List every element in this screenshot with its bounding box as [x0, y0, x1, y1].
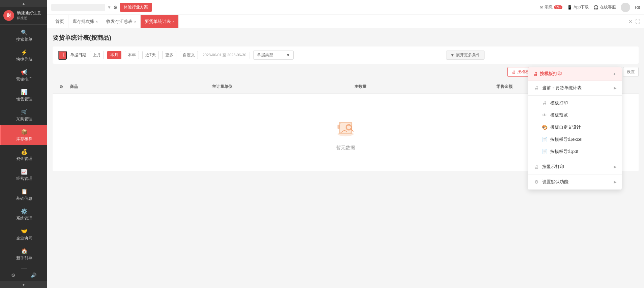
operation-icon: 📈	[21, 168, 28, 175]
sidebar-item-marketing[interactable]: 📢 营销推广	[0, 66, 47, 86]
dropdown-template-design[interactable]: 🎨 模板自定义设计	[528, 121, 622, 133]
sidebar-item-operation[interactable]: 📈 经营管理	[0, 165, 47, 185]
empty-illustration	[332, 114, 359, 141]
dropdown-template-preview[interactable]: 👁 模板预览	[528, 109, 622, 121]
user-avatar[interactable]	[621, 3, 630, 12]
message-button[interactable]: ✉ 消息 99+	[540, 4, 562, 10]
page-content: 要货单统计表(按商品) 《 单据日期 上月 本月 本年 近7天 更多 自定义 2…	[47, 28, 644, 288]
dropdown-collapse-icon[interactable]: ▲	[613, 72, 616, 76]
search-nav-icon: 🔍	[21, 29, 28, 36]
display-print-icon: 🖨	[533, 164, 539, 169]
scroll-up-btn[interactable]: ▲	[0, 0, 47, 7]
sidebar-item-label: 企业协同	[16, 235, 32, 241]
template-pdf-left: 📄 按模板导出pdf	[541, 149, 578, 155]
guide-icon: 🏠	[21, 248, 28, 254]
th-product: 商品	[66, 84, 209, 90]
date-last-month[interactable]: 上月	[90, 51, 104, 59]
finance-icon: 💰	[21, 149, 28, 155]
template-print-icon: 🖨	[541, 100, 548, 106]
date-custom[interactable]: 自定义	[180, 51, 198, 59]
marketing-icon: 📢	[21, 69, 28, 75]
sidebar-item-guide[interactable]: 🏠 新手引导	[0, 245, 47, 264]
shortcut-icon: ⚡	[21, 49, 28, 56]
dropdown-current-template[interactable]: 🖨 当前：要货单统计表 ▶	[528, 82, 622, 94]
sidebar-item-shortcut[interactable]: ⚡ 快捷导航	[0, 46, 47, 66]
dropdown-template-excel[interactable]: 📄 按模板导出excel	[528, 133, 622, 146]
filter-expand-button[interactable]: 《	[58, 51, 67, 60]
sidebar-item-label: 系统管理	[16, 216, 32, 221]
settings-button[interactable]: 设置	[623, 67, 639, 77]
breadcrumb-input[interactable]	[51, 4, 105, 11]
template-preview-icon: 👁	[541, 113, 548, 118]
sidebar-item-system[interactable]: ⚙️ 系统管理	[0, 205, 47, 225]
sidebar-item-label: 资金管理	[16, 156, 32, 162]
tab-order-stats-close[interactable]: ×	[172, 20, 174, 24]
basic-icon: 📋	[21, 188, 28, 195]
dropdown-display-print[interactable]: 🖨 按显示打印 ▶	[528, 161, 622, 173]
tab-inventory-batch[interactable]: 库存批次账 ×	[68, 15, 102, 28]
sales-icon: 📊	[21, 89, 28, 95]
trial-button[interactable]: 体验行业方案	[120, 3, 152, 12]
close-tab-icon[interactable]: ✕	[628, 19, 633, 24]
tab-order-stats-label: 要货单统计表	[145, 19, 171, 25]
dropdown-header: 🖨 按模板打印 ▲	[528, 67, 622, 81]
sidebar-item-label: 快捷导航	[16, 57, 32, 62]
sidebar-item-label: 营销推广	[16, 76, 32, 82]
date-range-text: 2023-06-01 至 2023-06-30	[203, 53, 246, 58]
dropdown-current-left: 🖨 当前：要货单统计表	[533, 85, 582, 91]
sidebar-item-cooperation[interactable]: 🤝 企业协同	[0, 225, 47, 245]
template-preview-left: 👁 模板预览	[541, 112, 568, 118]
sidebar-item-label: 销售管理	[16, 96, 32, 102]
sidebar-item-purchase[interactable]: 🛒 采购管理	[0, 105, 47, 125]
tab-summary[interactable]: 收发存汇总表 ×	[102, 15, 140, 28]
dropdown-template-pdf[interactable]: 📄 按模板导出pdf	[528, 146, 622, 158]
date-more[interactable]: 更多	[162, 51, 176, 59]
sidebar-item-sales[interactable]: 📊 销售管理	[0, 86, 47, 105]
scroll-down-btn[interactable]: ▼	[0, 281, 47, 288]
dropdown-template-print[interactable]: 🖨 模板打印	[528, 97, 622, 109]
tab-order-stats[interactable]: 要货单统计表 ×	[141, 15, 179, 28]
gear-button[interactable]: ⚙	[113, 5, 118, 10]
dropdown-set-default[interactable]: ⚙ 设置默认功能 ▶	[528, 176, 622, 188]
dropdown-title: 🖨 按模板打印	[533, 71, 562, 77]
maximize-icon[interactable]: ⛶	[635, 19, 640, 24]
template-excel-left: 📄 按模板导出excel	[541, 136, 582, 142]
tab-summary-close[interactable]: ×	[134, 20, 136, 24]
sidebar-item-label: 搜索菜单	[16, 37, 32, 42]
sidebar-item-search[interactable]: 🔍 搜索菜单	[0, 26, 47, 46]
date-this-month[interactable]: 本月	[107, 51, 121, 59]
message-label: 消息	[545, 4, 553, 10]
sidebar-item-finance[interactable]: 💰 资金管理	[0, 145, 47, 165]
filter-separator	[250, 52, 250, 59]
audio-bottom-icon[interactable]: 🔊	[31, 273, 36, 278]
table-settings-icon[interactable]: ⚙	[59, 85, 63, 89]
sidebar-item-inventory[interactable]: 📦 库存核算	[0, 125, 47, 145]
date-this-year[interactable]: 本年	[125, 51, 139, 59]
expand-icon: 《	[60, 52, 65, 58]
tab-home[interactable]: 首页	[51, 15, 68, 28]
sidebar-bottom: ⚙ 🔊	[0, 269, 47, 281]
current-template-icon: 🖨	[533, 85, 539, 91]
date-last-7[interactable]: 近7天	[142, 51, 159, 59]
scroll-down-icon: ▼	[22, 283, 25, 287]
th-checkbox: ⚙	[56, 85, 66, 89]
sidebar-item-label: 新手引导	[16, 255, 32, 261]
message-icon: ✉	[540, 5, 543, 10]
online-service-button[interactable]: 🎧 在线客服	[593, 4, 616, 10]
header-left: ▼ ⚙ 体验行业方案	[51, 3, 537, 12]
dropdown-print-icon: 🖨	[533, 71, 538, 76]
sidebar-item-label: 基础信息	[16, 196, 32, 201]
type-filter-select[interactable]: 单据类型 ▼	[253, 51, 294, 60]
sidebar-item-basic[interactable]: 📋 基础信息	[0, 185, 47, 205]
sidebar-item-apps[interactable]: 🔲 应用中心	[0, 264, 47, 269]
set-default-arrow: ▶	[614, 180, 616, 184]
type-filter-chevron: ▼	[286, 53, 290, 58]
tab-inventory-batch-label: 库存批次账	[72, 19, 94, 25]
app-download-button[interactable]: 📱 App下载	[567, 4, 589, 10]
filter-bar: 《 单据日期 上月 本月 本年 近7天 更多 自定义 2023-06-01 至 …	[53, 46, 639, 64]
tab-inventory-batch-close[interactable]: ×	[96, 20, 98, 24]
more-filters-button[interactable]: ▼ 展开更多条件	[446, 51, 485, 60]
settings-bottom-icon[interactable]: ⚙	[11, 273, 16, 278]
set-default-icon: ⚙	[533, 179, 539, 185]
tab-summary-label: 收发存汇总表	[106, 19, 133, 25]
